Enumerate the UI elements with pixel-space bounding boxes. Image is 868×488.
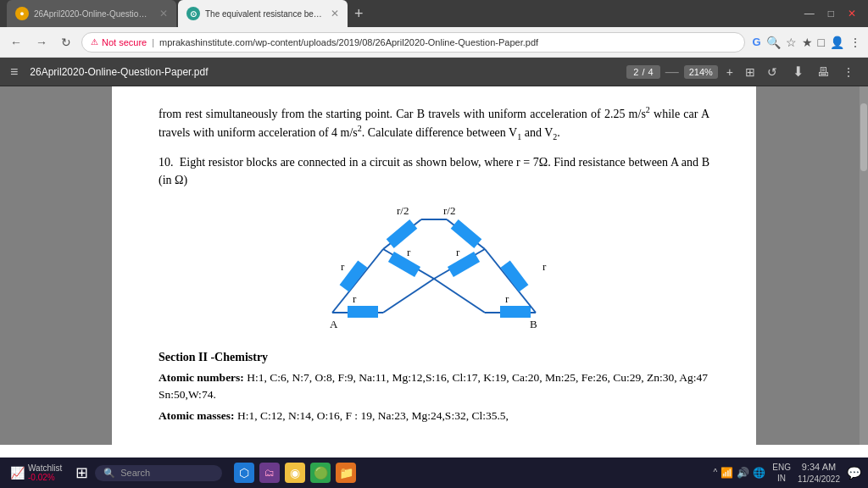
tab-group-icon[interactable]: □ [818, 36, 825, 49]
atomic-masses-label: Atomic masses: [159, 409, 235, 422]
pdf-rotate-icon[interactable]: ↺ [764, 64, 781, 80]
svg-line-5 [485, 249, 536, 313]
google-icon[interactable]: G [752, 36, 760, 48]
circuit-r-outer-left-label: r [341, 260, 345, 273]
taskbar-right: ^ 📶 🔊 🌐 ENG IN 9:34 AM 11/24/2022 💬 [714, 461, 861, 484]
language-region: IN [772, 473, 791, 484]
scrollbar-thumb[interactable] [860, 103, 867, 171]
network-icon[interactable]: 📶 [721, 467, 733, 479]
svg-rect-12 [451, 219, 482, 248]
system-clock[interactable]: 9:34 AM 11/24/2022 [798, 461, 840, 484]
tab1-close[interactable]: ✕ [159, 8, 168, 19]
add-tab-button[interactable]: + [349, 0, 369, 27]
taskbar-search-icon: 🔍 [103, 468, 115, 479]
taskbar-app-chrome[interactable]: ◉ [285, 463, 305, 483]
scrollbar[interactable] [860, 86, 868, 445]
question-10-text: Eight resistor blocks are connected in a… [159, 156, 709, 186]
circuit-r-inner-left-top-label: r [407, 246, 411, 258]
tab2-label: The equivalent resistance betwe... [205, 9, 322, 19]
svg-line-18 [434, 279, 485, 313]
browser-titlebar: ● 26April2020-Online-Question-P... ✕ ⊙ T… [0, 0, 868, 27]
svg-rect-14 [388, 252, 420, 277]
profile-icon[interactable]: 👤 [830, 36, 844, 49]
circuit-r-bottom-right-label: r [505, 292, 509, 305]
more-options-icon[interactable]: ⋮ [849, 36, 861, 49]
taskbar-app-icons: ⬡ 🗂 ◉ 🟢 📁 [234, 463, 356, 483]
tab-2[interactable]: ⊙ The equivalent resistance betwe... ✕ [178, 0, 348, 27]
pdf-menu-icon[interactable]: ≡ [10, 64, 18, 80]
tab-bar: ● 26April2020-Online-Question-P... ✕ ⊙ T… [7, 0, 786, 27]
bookmark-icon[interactable]: ☆ [786, 36, 797, 49]
pdf-toolbar: ≡ 26April2020-Online-Question-Paper.pdf … [0, 58, 868, 86]
watchlist-widget[interactable]: 📈 Watchlist -0.02% [10, 463, 62, 482]
url-bar[interactable]: ⚠ Not secure | mprakashinstitute.com/wp-… [81, 32, 745, 53]
watchlist-percent: -0.02% [28, 473, 62, 482]
taskbar-app-other[interactable]: 🟢 [310, 463, 331, 483]
circuit-diagram: .wire { stroke: #1a5fb4; stroke-width: 2… [159, 202, 709, 338]
pdf-page-sep: / [642, 67, 644, 77]
start-button[interactable]: ⊞ [75, 463, 88, 482]
taskbar-app-more[interactable]: 📁 [336, 463, 356, 483]
close-button[interactable]: ✕ [843, 8, 861, 19]
svg-rect-3 [500, 306, 531, 318]
address-actions: G 🔍 ☆ ★ □ 👤 ⋮ [752, 36, 861, 49]
search-lens-icon[interactable]: 🔍 [766, 36, 781, 49]
taskbar-search[interactable]: 🔍 Search [95, 465, 222, 481]
atomic-masses-val: H:1, C:12, N:14, O:16, F : 19, Na:23, Mg… [235, 409, 509, 422]
circuit-r-inner-right-top-label: r [456, 246, 460, 258]
notification-icon[interactable]: 💬 [847, 466, 861, 480]
section-title: Section II -Chemistry [159, 348, 709, 366]
circuit-r-half-right-label: r/2 [443, 204, 455, 217]
pdf-controls: 2 / 4 — 214% + ⊞ ↺ [626, 64, 781, 80]
pdf-more-icon[interactable]: ⋮ [839, 64, 858, 80]
battery-notification-icon[interactable]: 🌐 [753, 467, 765, 479]
tab1-label: 26April2020-Online-Question-P... [34, 9, 151, 19]
forward-button[interactable]: → [32, 34, 51, 51]
not-secure-label: Not secure [102, 37, 147, 47]
extension-icon[interactable]: ★ [802, 36, 813, 49]
pdf-page: from rest simultaneously from the starti… [112, 86, 756, 445]
volume-icon[interactable]: 🔊 [737, 467, 749, 479]
circuit-svg: .wire { stroke: #1a5fb4; stroke-width: 2… [290, 202, 578, 338]
svg-rect-2 [348, 306, 378, 318]
svg-line-17 [383, 279, 434, 313]
url-text: mprakashinstitute.com/wp-content/uploads… [159, 37, 538, 47]
pdf-title: 26April2020-Online-Question-Paper.pdf [30, 66, 618, 78]
tab2-favicon: ⊙ [186, 7, 200, 20]
pdf-download-icon[interactable]: ⬇ [789, 62, 807, 81]
paragraph-intro: from rest simultaneously from the starti… [159, 103, 709, 143]
tab2-close[interactable]: ✕ [331, 8, 339, 19]
tab-1[interactable]: ● 26April2020-Online-Question-P... ✕ [7, 0, 176, 27]
maximize-button[interactable]: □ [823, 8, 839, 19]
atomic-numbers-line: Atomic numbers: H:1, C:6, N:7, O:8, F:9,… [159, 369, 709, 404]
security-warning-icon: ⚠ [91, 37, 98, 47]
pdf-dash: — [665, 64, 679, 80]
pdf-total-pages: 4 [648, 67, 654, 77]
url-separator: | [152, 37, 154, 47]
address-bar: ← → ↻ ⚠ Not secure | mprakashinstitute.c… [0, 27, 868, 58]
pdf-zoom-plus-icon[interactable]: + [723, 64, 737, 80]
svg-rect-16 [448, 252, 480, 277]
svg-rect-9 [387, 219, 418, 248]
question-10: 10. Eight resistor blocks are connected … [159, 153, 709, 189]
pdf-print-icon[interactable]: 🖶 [814, 64, 832, 80]
circuit-r-outer-right-label: r [542, 260, 547, 273]
refresh-button[interactable]: ↻ [58, 34, 75, 51]
taskbar: 📈 Watchlist -0.02% ⊞ 🔍 Search ⬡ 🗂 ◉ 🟢 📁 … [0, 458, 868, 488]
pdf-current-page[interactable]: 2 [633, 67, 638, 77]
pdf-right-buttons: ⬇ 🖶 ⋮ [789, 62, 858, 81]
taskbar-app-browser[interactable]: ⬡ [234, 463, 254, 483]
pdf-zoom-value[interactable]: 214% [684, 65, 718, 79]
taskbar-search-label: Search [120, 468, 150, 478]
minimize-button[interactable]: — [799, 8, 820, 19]
language-indicator: ENG IN [772, 462, 791, 484]
back-button[interactable]: ← [7, 34, 25, 51]
pdf-fit-icon[interactable]: ⊞ [742, 64, 759, 80]
window-controls: — □ ✕ [799, 8, 861, 19]
language-code: ENG [772, 462, 791, 473]
atomic-numbers-label: Atomic numbers: [159, 371, 244, 384]
taskbar-app-files[interactable]: 🗂 [259, 463, 280, 483]
watchlist-icon: 📈 [10, 466, 25, 480]
tray-chevron-icon[interactable]: ^ [714, 468, 718, 477]
pdf-content-area: from rest simultaneously from the starti… [0, 86, 868, 445]
